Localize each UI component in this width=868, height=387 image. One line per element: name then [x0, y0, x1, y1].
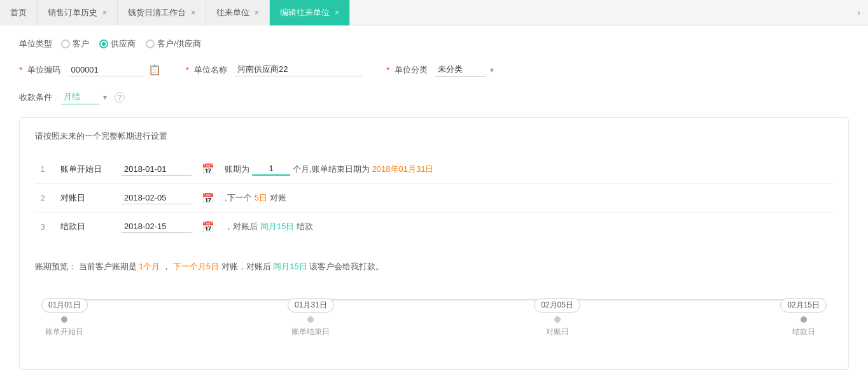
step-3-calendar-icon[interactable]: 📅 — [202, 221, 214, 233]
tab-edit-partner-close[interactable]: × — [335, 8, 339, 17]
unit-category-star: * — [386, 65, 389, 75]
unit-category-chevron[interactable]: ▾ — [490, 66, 494, 74]
timeline-point-3: 02月15日 结款日 — [780, 298, 827, 337]
step-3-num: 3 — [35, 222, 50, 232]
unit-code-input[interactable] — [68, 64, 144, 76]
tab-bar: 首页 销售订单历史 × 钱货日清工作台 × 往来单位 × 编辑往来单位 × › — [0, 0, 868, 25]
unit-category-label: 单位分类 — [395, 64, 428, 76]
step-1-calendar-icon[interactable]: 📅 — [202, 163, 214, 175]
step-1-desc: 账期为 个月,账单结束日期为 2018年01月31日 — [225, 162, 433, 176]
tab-cash-work[interactable]: 钱货日清工作台 × — [118, 0, 206, 25]
unit-code-group: * 单位编码 📋 — [19, 64, 161, 76]
unit-name-star: * — [185, 65, 188, 75]
timeline-dot-2 — [554, 316, 561, 323]
unit-name-input[interactable] — [235, 64, 362, 76]
tab-home-label: 首页 — [10, 7, 27, 18]
preview-part1-orange: 1个月 — [139, 262, 160, 271]
preview-text-mid2: 对账，对账后 — [221, 262, 271, 271]
step-1-desc-suffix: 个月,账单结束日期为 — [293, 164, 370, 175]
step-2-calendar-icon[interactable]: 📅 — [202, 192, 214, 204]
step-3-date-input[interactable] — [122, 220, 192, 233]
payment-terms-chevron[interactable]: ▾ — [103, 93, 107, 102]
code-name-row: * 单位编码 📋 * 单位名称 * 单位分类 未分类 ▾ — [19, 62, 849, 77]
timeline-badge-1: 01月31日 — [288, 298, 334, 313]
tab-home[interactable]: 首页 — [0, 0, 38, 25]
unit-category-group: * 单位分类 未分类 ▾ — [386, 62, 494, 77]
steps-table: 1 账单开始日 📅 账期为 个月,账单结束日期为 2018年01月31日 2 对… — [35, 155, 833, 241]
unit-category-dropdown: 未分类 ▾ — [435, 62, 494, 77]
step-2-desc-suffix: 对账 — [270, 192, 286, 204]
unit-name-group: * 单位名称 — [185, 64, 361, 76]
timeline-label-3: 结款日 — [792, 327, 815, 337]
step-1-num: 1 — [35, 164, 50, 174]
unit-code-label: 单位编码 — [27, 64, 60, 76]
main-content: 单位类型 客户 供应商 客户/供应商 * 单位编码 📋 * — [0, 25, 868, 387]
timeline: 01月01日 账单开始日 01月31日 账单结束日 02月05日 对账日 — [35, 285, 833, 356]
section-title: 请按照未来的一个完整帐期进行设置 — [35, 130, 833, 142]
step-1-label: 账单开始日 — [60, 164, 111, 175]
payment-terms-help[interactable]: ? — [115, 92, 125, 102]
step-1-date-input[interactable] — [122, 163, 192, 176]
tab-more-button[interactable]: › — [850, 0, 868, 25]
preview-text: 账期预览： 当前客户账期是 1个月 ， 下一个月5日 对账，对账后 同月15日 … — [35, 261, 833, 272]
preview-text-suffix: 该客户会给我打款。 — [309, 262, 384, 271]
period-input[interactable] — [252, 162, 290, 176]
preview-part3-teal: 同月15日 — [273, 262, 307, 271]
payment-terms-dropdown: 月结 ▾ — [61, 90, 107, 104]
step-2-highlight-orange: 5日 — [255, 192, 267, 204]
preview-text-prefix: 当前客户账期是 — [79, 262, 137, 271]
step-row-1: 1 账单开始日 📅 账期为 个月,账单结束日期为 2018年01月31日 — [35, 155, 833, 184]
preview-label: 账期预览： — [35, 262, 76, 271]
step-2-desc: ,下一个 5日 对账 — [225, 192, 286, 204]
step-1-highlight-orange: 2018年01月31日 — [372, 164, 434, 175]
step-3-desc: ，对账后 同月15日 结款 — [225, 221, 313, 232]
unit-type-row: 单位类型 客户 供应商 客户/供应商 — [19, 38, 849, 50]
unit-name-label: 单位名称 — [194, 64, 227, 76]
timeline-label-1: 账单结束日 — [291, 327, 330, 337]
step-3-desc-prefix: ，对账后 — [225, 221, 258, 232]
timeline-point-2: 02月05日 对账日 — [534, 298, 580, 337]
step-2-desc-prefix: ,下一个 — [225, 192, 252, 204]
timeline-point-0: 01月01日 账单开始日 — [41, 298, 88, 337]
payment-terms-label: 收款条件 — [19, 92, 52, 103]
radio-both[interactable]: 客户/供应商 — [146, 38, 201, 50]
timeline-dot-1 — [307, 316, 314, 323]
step-row-2: 2 对账日 📅 ,下一个 5日 对账 — [35, 184, 833, 213]
tab-edit-partner-label: 编辑往来单位 — [280, 7, 330, 18]
step-2-label: 对账日 — [60, 192, 111, 204]
tab-partner-units[interactable]: 往来单位 × — [206, 0, 270, 25]
step-3-label: 结款日 — [60, 221, 111, 232]
timeline-badge-2: 02月05日 — [534, 298, 580, 313]
step-3-desc-suffix: 结款 — [297, 221, 313, 232]
unit-code-star: * — [19, 65, 22, 75]
timeline-label-0: 账单开始日 — [45, 327, 83, 337]
payment-terms-value[interactable]: 月结 — [61, 90, 99, 104]
copy-icon[interactable]: 📋 — [148, 64, 161, 76]
timeline-point-1: 01月31日 账单结束日 — [288, 298, 334, 337]
tab-partner-units-close[interactable]: × — [255, 8, 259, 17]
tab-cash-work-label: 钱货日清工作台 — [128, 7, 186, 18]
timeline-dot-0 — [61, 316, 67, 323]
timeline-label-2: 对账日 — [546, 327, 569, 337]
tab-cash-work-close[interactable]: × — [191, 8, 195, 17]
settings-section: 请按照未来的一个完整帐期进行设置 1 账单开始日 📅 账期为 个月,账单结束日期… — [19, 117, 849, 370]
tab-sales-history-close[interactable]: × — [102, 8, 107, 17]
step-3-highlight-teal: 同月15日 — [260, 221, 294, 232]
step-row-3: 3 结款日 📅 ，对账后 同月15日 结款 — [35, 213, 833, 241]
timeline-badge-0: 01月01日 — [41, 298, 88, 313]
tab-edit-partner[interactable]: 编辑往来单位 × — [270, 0, 350, 25]
timeline-points: 01月01日 账单开始日 01月31日 账单结束日 02月05日 对账日 — [35, 298, 833, 337]
radio-supplier[interactable]: 供应商 — [99, 38, 136, 50]
timeline-dot-3 — [801, 316, 807, 323]
step-2-date-input[interactable] — [122, 192, 192, 204]
tab-sales-history[interactable]: 销售订单历史 × — [38, 0, 118, 25]
radio-supplier-label: 供应商 — [111, 38, 136, 50]
radio-supplier-circle — [99, 39, 108, 48]
timeline-badge-3: 02月15日 — [780, 298, 827, 313]
radio-customer[interactable]: 客户 — [61, 38, 89, 50]
preview-text-mid1: ， — [162, 262, 171, 271]
unit-type-radio-group: 客户 供应商 客户/供应商 — [61, 38, 201, 50]
tab-sales-history-label: 销售订单历史 — [48, 7, 97, 18]
step-1-desc-prefix: 账期为 — [225, 164, 249, 175]
tab-partner-units-label: 往来单位 — [216, 7, 249, 18]
